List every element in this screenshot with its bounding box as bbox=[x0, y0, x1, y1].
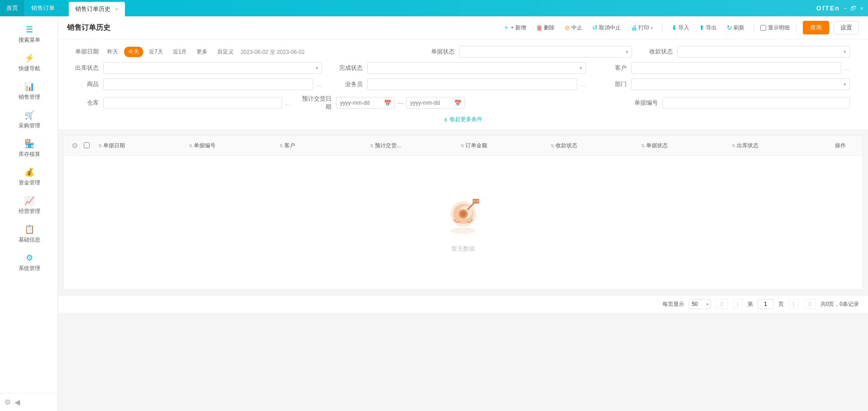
col-sort-icon-expected-delivery: ⇅ bbox=[370, 143, 374, 148]
doc-status-select[interactable] bbox=[459, 46, 632, 58]
sidebar-item-capital[interactable]: 💰 资金管理 bbox=[0, 163, 58, 191]
sidebar-item-operations-label: 经营管理 bbox=[19, 208, 40, 215]
sidebar-item-quick-nav[interactable]: ⚡ 快捷导航 bbox=[0, 48, 58, 77]
collapse-row[interactable]: ∧ 收起更多条件 bbox=[67, 116, 859, 123]
customer-picker-icon[interactable]: ... bbox=[844, 64, 850, 72]
tab-home[interactable]: 首页 bbox=[0, 0, 25, 16]
customer-input[interactable] bbox=[631, 62, 841, 74]
doc-number-label: 单据编号 bbox=[626, 99, 662, 107]
col-header-expected-delivery[interactable]: ⇅ 预计交货... bbox=[370, 142, 459, 150]
divider-1 bbox=[662, 24, 662, 32]
prev-page-button[interactable]: ⟨ bbox=[733, 299, 743, 309]
table-checkbox-all[interactable] bbox=[84, 142, 96, 150]
settings-label: 设置 bbox=[840, 24, 852, 31]
doc-number-input[interactable] bbox=[662, 97, 850, 109]
sales-mgmt-icon: 📊 bbox=[24, 82, 34, 92]
tab-sales-order-history[interactable]: 销售订单历史 × bbox=[69, 2, 125, 16]
show-detail-checkbox[interactable] bbox=[760, 25, 766, 31]
sidebar-collapse-button[interactable]: ◀ bbox=[14, 398, 20, 406]
sidebar-item-inventory[interactable]: 🏪 库存核算 bbox=[0, 134, 58, 163]
print-button[interactable]: 🖨 打印 ▾ bbox=[628, 22, 656, 34]
sidebar-item-purchase-mgmt-label: 采购管理 bbox=[19, 122, 40, 130]
page-size-select[interactable]: 20 50 100 bbox=[689, 299, 711, 309]
col-header-out-status[interactable]: ⇅ 出库状态 bbox=[732, 142, 820, 150]
new-button[interactable]: ＋ + 新增 bbox=[500, 22, 529, 34]
tab-sales-order-close[interactable]: × bbox=[59, 5, 62, 11]
date-tag-more[interactable]: 更多 bbox=[192, 47, 211, 57]
col-label-doc-status: 单据状态 bbox=[646, 142, 668, 150]
warehouse-filter-label: 仓库 bbox=[67, 99, 103, 107]
query-button[interactable]: 查询 bbox=[803, 21, 829, 34]
col-label-doc-date: 单据日期 bbox=[103, 142, 125, 150]
divider-2 bbox=[753, 24, 754, 32]
doc-status-label: 单据状态 bbox=[423, 48, 459, 56]
sidebar-item-sales-mgmt[interactable]: 📊 销售管理 bbox=[0, 77, 58, 106]
first-page-button[interactable]: ⟨⟨ bbox=[715, 299, 728, 309]
col-header-doc-date[interactable]: ⇅ 单据日期 bbox=[98, 142, 187, 150]
product-picker-icon[interactable]: ... bbox=[316, 80, 322, 88]
svg-point-0 bbox=[451, 227, 476, 234]
sidebar-item-sales-mgmt-label: 销售管理 bbox=[19, 93, 40, 101]
col-header-doc-status[interactable]: ⇅ 单据状态 bbox=[641, 142, 730, 150]
next-page-button[interactable]: ⟩ bbox=[788, 299, 799, 309]
complete-status-select[interactable] bbox=[367, 62, 586, 74]
warehouse-picker-icon[interactable]: ... bbox=[285, 99, 291, 107]
sidebar-item-search-menu[interactable]: ☰ 搜索菜单 bbox=[0, 20, 58, 48]
department-select[interactable] bbox=[631, 78, 850, 90]
salesperson-picker-icon[interactable]: ... bbox=[580, 80, 586, 88]
col-header-payment-status[interactable]: ⇅ 收款状态 bbox=[551, 142, 639, 150]
settings-button[interactable]: 设置 bbox=[834, 21, 859, 34]
close-button[interactable]: × bbox=[860, 5, 863, 12]
delivery-date-from-input[interactable] bbox=[336, 97, 395, 109]
col-label-expected-delivery: 预计交货... bbox=[375, 142, 401, 150]
restore-button[interactable]: 🗗 bbox=[850, 5, 856, 12]
sidebar-settings-button[interactable]: ⚙ bbox=[5, 398, 11, 406]
main-layout: ☰ 搜索菜单 ⚡ 快捷导航 📊 销售管理 🛒 采购管理 🏪 库存核算 💰 资金管… bbox=[0, 16, 868, 411]
sidebar-item-sys-mgmt[interactable]: ⚙ 系统管理 bbox=[0, 248, 58, 277]
sidebar-bottom: ⚙ ◀ bbox=[0, 393, 58, 411]
show-detail-checkbox-label[interactable]: 显示明细 bbox=[760, 24, 790, 32]
minimize-button[interactable]: − bbox=[844, 5, 847, 12]
collapse-up-icon: ∧ bbox=[444, 116, 448, 123]
date-tag-custom[interactable]: 自定义 bbox=[213, 47, 238, 57]
date-tag-yesterday[interactable]: 昨天 bbox=[103, 47, 122, 57]
payment-status-select[interactable] bbox=[677, 46, 850, 58]
salesperson-input[interactable] bbox=[367, 78, 577, 90]
date-tag-group: 昨天 今天 近7天 近1月 更多 自定义 bbox=[103, 47, 238, 57]
export-label: 导出 bbox=[706, 24, 717, 32]
date-tag-today[interactable]: 今天 bbox=[124, 47, 143, 57]
basic-info-icon: 📋 bbox=[24, 224, 34, 234]
tab-sales-order-history-close[interactable]: × bbox=[115, 6, 118, 12]
cancel-stop-button[interactable]: ↺ 取消中止 bbox=[590, 22, 623, 34]
col-header-doc-number[interactable]: ⇅ 单据编号 bbox=[189, 142, 278, 150]
warehouse-input[interactable] bbox=[103, 97, 282, 109]
date-tag-1month[interactable]: 近1月 bbox=[169, 47, 191, 57]
product-input[interactable] bbox=[103, 78, 313, 90]
import-button[interactable]: ⬇ 导入 bbox=[669, 22, 692, 34]
page-size-wrap: 20 50 100 bbox=[689, 299, 711, 309]
refresh-button[interactable]: ↻ 刷新 bbox=[724, 22, 747, 34]
col-header-customer[interactable]: ⇅ 客户 bbox=[279, 142, 368, 150]
delivery-date-to-input[interactable] bbox=[406, 97, 465, 109]
date-tag-7days[interactable]: 近7天 bbox=[145, 47, 167, 57]
sidebar-item-purchase-mgmt[interactable]: 🛒 采购管理 bbox=[0, 106, 58, 134]
stop-button[interactable]: ⊘ 中止 bbox=[562, 22, 585, 34]
department-field bbox=[631, 78, 850, 90]
date-range-text: 2023-06-02 至 2023-06-02 bbox=[240, 48, 304, 56]
sidebar-item-basic-info[interactable]: 📋 基础信息 bbox=[0, 220, 58, 248]
brand-text: OfTEn bbox=[816, 5, 840, 12]
table-settings-icon[interactable]: ⚙ bbox=[67, 139, 82, 153]
last-page-button[interactable]: ⟩⟩ bbox=[803, 299, 816, 309]
complete-status-field bbox=[367, 62, 586, 74]
out-status-select[interactable] bbox=[103, 62, 322, 74]
sidebar-item-operations[interactable]: 📈 经营管理 bbox=[0, 191, 58, 220]
delete-button[interactable]: 🗑 删除 bbox=[533, 22, 557, 34]
export-button[interactable]: ⬆ 导出 bbox=[696, 22, 719, 34]
col-header-order-amount[interactable]: ⇅ 订单金额 bbox=[460, 142, 549, 150]
sidebar-item-sys-mgmt-label: 系统管理 bbox=[19, 265, 40, 272]
divider-3 bbox=[796, 24, 796, 32]
page-number-input[interactable] bbox=[758, 299, 774, 309]
tab-sales-order[interactable]: 销售订单 × bbox=[25, 0, 69, 16]
refresh-icon: ↻ bbox=[727, 24, 732, 31]
select-all-checkbox[interactable] bbox=[84, 142, 90, 148]
